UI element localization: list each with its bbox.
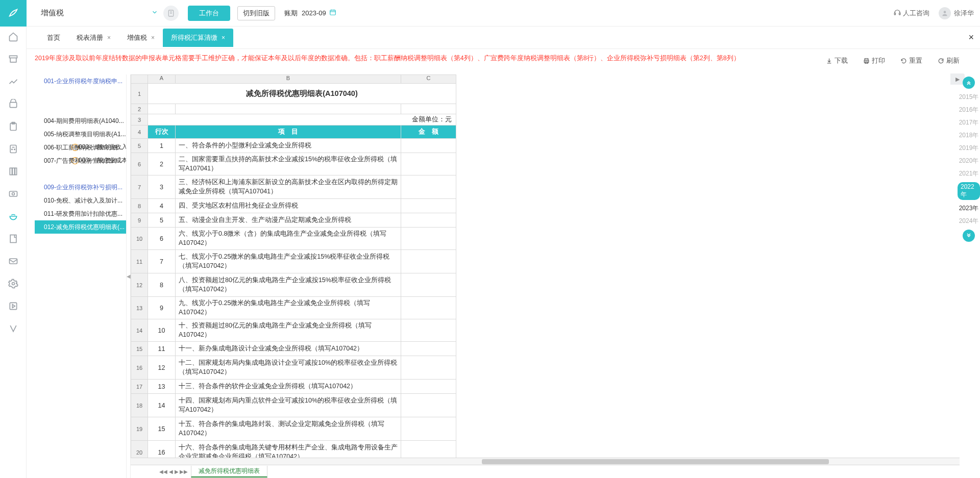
cell[interactable]: 十一、新办集成电路设计企业减免企业所得税（填写A107042） bbox=[176, 342, 401, 356]
gear-icon[interactable] bbox=[8, 279, 18, 289]
cell[interactable]: 12 bbox=[131, 273, 148, 297]
cell[interactable]: 3 bbox=[148, 175, 176, 199]
play-icon[interactable] bbox=[8, 301, 18, 311]
tree-item-004[interactable]: 004-期间费用明细表(A1040... bbox=[35, 114, 126, 128]
cell[interactable]: 16 bbox=[148, 441, 176, 458]
scrollbar-thumb[interactable] bbox=[482, 459, 829, 464]
tree-item-009[interactable]: 009-企业所得税弥补亏损明... bbox=[35, 181, 126, 194]
year-2020[interactable]: 2020年 bbox=[959, 157, 979, 165]
cell[interactable]: 11 bbox=[148, 342, 176, 356]
cell[interactable] bbox=[401, 356, 456, 380]
period-value[interactable]: 2023-09 bbox=[302, 9, 326, 17]
refresh-button[interactable]: 刷新 bbox=[938, 56, 960, 65]
cell[interactable]: 2 bbox=[131, 104, 148, 114]
cell[interactable]: 五、动漫企业自主开发、生产动漫产品定期减免企业所得税 bbox=[176, 213, 401, 228]
cell[interactable]: 9 bbox=[131, 213, 148, 228]
tree-item-001[interactable]: 001-企业所得税年度纳税申... bbox=[35, 74, 126, 88]
tab-tax-list[interactable]: 税表清册× bbox=[68, 29, 119, 47]
cell[interactable] bbox=[401, 380, 456, 394]
cell[interactable] bbox=[401, 342, 456, 356]
cell[interactable]: 8 bbox=[148, 273, 176, 297]
cell[interactable] bbox=[148, 104, 176, 114]
cell[interactable] bbox=[401, 104, 456, 114]
tree-item-005[interactable]: 005-纳税调整项目明细表(A1... bbox=[35, 128, 126, 141]
download-button[interactable]: 下载 bbox=[826, 56, 848, 65]
cell[interactable] bbox=[401, 297, 456, 319]
switch-old-button[interactable]: 切到旧版 bbox=[237, 6, 275, 20]
archive-icon[interactable] bbox=[8, 54, 18, 64]
v-icon[interactable] bbox=[8, 323, 18, 334]
cell[interactable] bbox=[401, 273, 456, 297]
consult-link[interactable]: 人工咨询 bbox=[894, 9, 929, 18]
cell[interactable]: 16 bbox=[131, 356, 148, 380]
cell[interactable]: 10 bbox=[148, 319, 176, 342]
year-2016[interactable]: 2016年 bbox=[959, 106, 979, 114]
print-button[interactable]: 打印 bbox=[863, 56, 885, 65]
cell[interactable]: 8 bbox=[131, 199, 148, 213]
cell[interactable] bbox=[401, 250, 456, 273]
calc-icon[interactable] bbox=[8, 144, 18, 154]
tree-item-012[interactable]: 012-减免所得税优惠明细表(... bbox=[35, 220, 126, 234]
cell[interactable]: 7 bbox=[131, 175, 148, 199]
cell[interactable]: 17 bbox=[131, 380, 148, 394]
module-select[interactable]: 增值税 bbox=[41, 8, 158, 18]
cell[interactable]: 13 bbox=[148, 380, 176, 394]
cell[interactable]: 八、投资额超过80亿元的集成电路生产企业减按15%税率征收企业所得税（填写A10… bbox=[176, 273, 401, 297]
cell[interactable]: 13 bbox=[131, 297, 148, 319]
cell[interactable] bbox=[401, 319, 456, 342]
receipt-icon[interactable] bbox=[8, 234, 18, 244]
cell[interactable]: 十六、符合条件的集成电路关键专用材料生产企业、集成电路专用设备生产企业定期减免企… bbox=[176, 441, 401, 458]
sheet-tab-label[interactable]: 减免所得税优惠明细表 bbox=[191, 466, 267, 477]
bag-icon[interactable] bbox=[8, 99, 18, 109]
cell[interactable]: 三、经济特区和上海浦东新区新设立的高新技术企业在区内取得的所得定期减免企业所得税… bbox=[176, 175, 401, 199]
app-logo[interactable] bbox=[0, 0, 27, 27]
bowl-icon[interactable] bbox=[8, 211, 18, 221]
cell[interactable]: 十五、符合条件的集成电路封装、测试企业定期减免企业所得税（填写A107042） bbox=[176, 417, 401, 441]
tab-home[interactable]: 首页 bbox=[39, 29, 68, 47]
cell[interactable]: 十四、国家规划布局内重点软件企业可减按10%的税率征收企业所得税（填写A1070… bbox=[176, 394, 401, 417]
cell[interactable] bbox=[401, 199, 456, 213]
calendar-icon[interactable] bbox=[329, 9, 336, 18]
chart-icon[interactable] bbox=[8, 77, 18, 87]
year-2018[interactable]: 2018年 bbox=[959, 131, 979, 140]
doc-icon-button[interactable] bbox=[163, 6, 179, 21]
tab-income-tax[interactable]: 所得税汇算清缴× bbox=[163, 29, 233, 47]
cell[interactable]: 15 bbox=[148, 417, 176, 441]
tree-item-007[interactable]: 007-广告费和业务宣传费跨... bbox=[35, 154, 126, 167]
collapse-handle-icon[interactable]: ◀ bbox=[127, 74, 131, 478]
cell[interactable] bbox=[401, 394, 456, 417]
tree-item-010[interactable]: 010-免税、减计收入及加计... bbox=[35, 194, 126, 207]
col-b[interactable]: B bbox=[176, 74, 401, 84]
close-icon[interactable]: × bbox=[151, 34, 155, 41]
year-2017[interactable]: 2017年 bbox=[959, 118, 979, 127]
col-c[interactable]: C bbox=[401, 74, 456, 84]
cell[interactable] bbox=[401, 213, 456, 228]
cell[interactable] bbox=[401, 175, 456, 199]
cell[interactable]: 一、符合条件的小型微利企业减免企业所得税 bbox=[176, 139, 401, 153]
cell[interactable]: 六、线宽小于0.8微米（含）的集成电路生产企业减免企业所得税（填写A107042… bbox=[176, 228, 401, 250]
cell[interactable]: 十三、符合条件的软件企业减免企业所得税（填写A107042） bbox=[176, 380, 401, 394]
cell[interactable]: 二、国家需要重点扶持的高新技术企业减按15%的税率征收企业所得税（填写A1070… bbox=[176, 153, 401, 175]
year-2019[interactable]: 2019年 bbox=[959, 144, 979, 153]
cell[interactable]: 4 bbox=[148, 199, 176, 213]
workbench-button[interactable]: 工作台 bbox=[188, 6, 230, 21]
tree-item-011[interactable]: 011-研发费用加计扣除优惠... bbox=[35, 207, 126, 220]
clipboard-icon[interactable] bbox=[8, 121, 18, 132]
sheet-body[interactable]: 1减免所得税优惠明细表(A107040)23金额单位：元4行次项 目金 额51一… bbox=[131, 84, 960, 458]
year-2024[interactable]: 2024年 bbox=[959, 217, 979, 225]
home-icon[interactable] bbox=[8, 32, 18, 42]
cell[interactable] bbox=[176, 104, 401, 114]
cell[interactable]: 19 bbox=[131, 417, 148, 441]
year-2021[interactable]: 2021年 bbox=[959, 169, 979, 178]
year-2015[interactable]: 2015年 bbox=[959, 93, 979, 102]
cell[interactable] bbox=[401, 153, 456, 175]
columns-icon[interactable] bbox=[8, 166, 18, 177]
cell[interactable]: 5 bbox=[148, 213, 176, 228]
tree-item-006[interactable]: 006-职工薪酬纳税调整明细... bbox=[35, 141, 126, 154]
cell[interactable]: 1 bbox=[148, 139, 176, 153]
horizontal-scrollbar[interactable] bbox=[131, 458, 960, 465]
cell[interactable]: 十二、国家规划布局内集成电路设计企业可减按10%的税率征收企业所得税（填写A10… bbox=[176, 356, 401, 380]
cell[interactable]: 6 bbox=[148, 228, 176, 250]
cell[interactable]: 14 bbox=[131, 319, 148, 342]
scroll-up-icon[interactable] bbox=[963, 77, 975, 89]
